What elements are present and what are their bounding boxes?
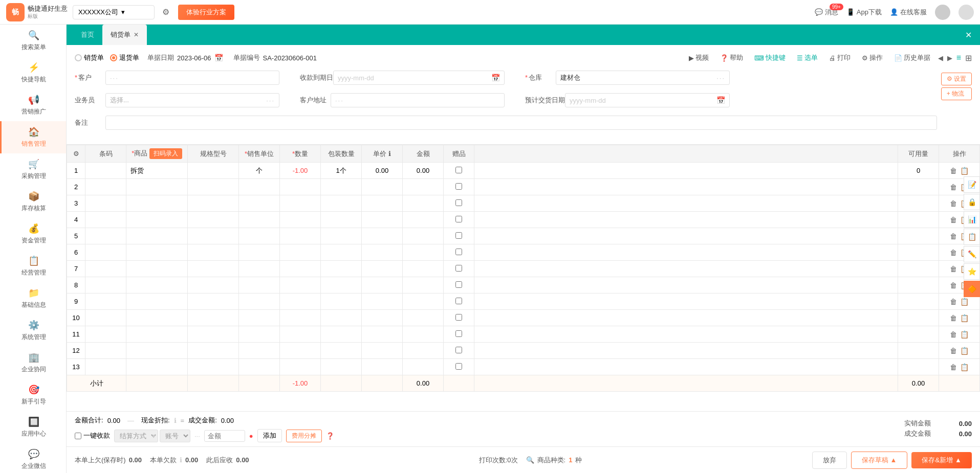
gift-checkbox[interactable]: [455, 232, 462, 239]
sidebar-item-sales[interactable]: 🏠 销售管理: [0, 121, 66, 153]
sidebar-item-system[interactable]: ⚙️ 系统管理: [0, 314, 66, 347]
cell-price[interactable]: [362, 179, 403, 195]
cell-barcode[interactable]: [85, 212, 126, 228]
date-calendar-icon[interactable]: 📅: [214, 54, 223, 62]
gift-checkbox[interactable]: [455, 199, 462, 206]
cell-qty[interactable]: [280, 244, 321, 261]
delete-icon[interactable]: 🗑: [950, 249, 957, 257]
cell-unit[interactable]: [239, 310, 280, 326]
fee-split-button[interactable]: 费用分摊: [286, 430, 322, 442]
cell-amount[interactable]: [403, 228, 444, 244]
cell-gift[interactable]: [444, 244, 474, 261]
cell-unit[interactable]: [239, 195, 280, 212]
cell-barcode[interactable]: [85, 326, 126, 343]
cell-spec[interactable]: [188, 277, 239, 294]
logistics-button[interactable]: + 物流: [941, 87, 972, 100]
add-button[interactable]: 添加: [257, 429, 282, 442]
settings-button[interactable]: ⚙ 设置: [941, 73, 972, 85]
cell-gift[interactable]: [444, 195, 474, 212]
float-btn-7[interactable]: 🔶: [964, 281, 980, 297]
cell-qty[interactable]: [280, 179, 321, 195]
cell-qty[interactable]: [280, 294, 321, 310]
cell-barcode[interactable]: [85, 310, 126, 326]
delete-icon[interactable]: 🗑: [950, 298, 957, 306]
customer-input[interactable]: ···: [105, 71, 279, 85]
cell-price[interactable]: [362, 195, 403, 212]
copy-icon[interactable]: 📋: [960, 347, 969, 355]
warehouse-input[interactable]: 建材仓 ···: [556, 71, 730, 85]
gift-checkbox[interactable]: [455, 167, 462, 173]
cell-pack-qty[interactable]: [321, 343, 362, 359]
cell-product[interactable]: [126, 359, 188, 375]
user-avatar[interactable]: [935, 5, 950, 20]
cell-amount[interactable]: [403, 294, 444, 310]
tab-bar-close-icon[interactable]: ✕: [965, 30, 972, 40]
cell-gift[interactable]: [444, 294, 474, 310]
cell-price[interactable]: [362, 261, 403, 277]
select-btn[interactable]: ☰ 选单: [793, 51, 821, 64]
gift-checkbox[interactable]: [455, 298, 462, 304]
sidebar-item-shortcut[interactable]: ⚡ 快捷导航: [0, 57, 66, 89]
float-btn-2[interactable]: 🔒: [964, 194, 980, 210]
delete-icon[interactable]: 🗑: [950, 216, 957, 224]
cell-qty[interactable]: [280, 277, 321, 294]
cell-gift[interactable]: [444, 212, 474, 228]
amount-input[interactable]: [204, 430, 245, 442]
cell-product[interactable]: [126, 244, 188, 261]
cell-amount[interactable]: [403, 244, 444, 261]
float-btn-5[interactable]: ✏️: [964, 246, 980, 262]
cell-unit[interactable]: [239, 228, 280, 244]
cell-spec[interactable]: [188, 359, 239, 375]
save-new-button[interactable]: 保存&新增 ▲: [911, 452, 972, 468]
cell-product[interactable]: [126, 326, 188, 343]
cell-spec[interactable]: [188, 212, 239, 228]
cell-pack-qty[interactable]: [321, 310, 362, 326]
print-btn[interactable]: 🖨 打印: [825, 51, 854, 64]
user-avatar2[interactable]: [959, 5, 974, 20]
cell-product[interactable]: [126, 310, 188, 326]
cell-pack-qty[interactable]: [321, 277, 362, 294]
cell-spec[interactable]: [188, 179, 239, 195]
gift-checkbox[interactable]: [455, 216, 462, 222]
sidebar-item-marketing[interactable]: 📢 营销推广: [0, 89, 66, 121]
sidebar-item-inventory[interactable]: 📦 库存核算: [0, 186, 66, 218]
cell-price[interactable]: [362, 310, 403, 326]
cell-gift[interactable]: [444, 277, 474, 294]
layout-list-icon[interactable]: ≡: [956, 53, 961, 62]
delete-icon[interactable]: 🗑: [950, 363, 957, 371]
cell-unit[interactable]: [239, 244, 280, 261]
cell-product[interactable]: [126, 179, 188, 195]
cell-pack-qty[interactable]: [321, 212, 362, 228]
cell-qty[interactable]: [280, 228, 321, 244]
cell-spec[interactable]: [188, 244, 239, 261]
float-btn-4[interactable]: 📋: [964, 229, 980, 245]
gift-checkbox[interactable]: [455, 249, 462, 255]
copy-icon[interactable]: 📋: [960, 167, 969, 175]
cell-amount[interactable]: [403, 310, 444, 326]
cell-amount[interactable]: [403, 277, 444, 294]
delete-icon[interactable]: 🗑: [950, 199, 957, 208]
cell-unit[interactable]: [239, 277, 280, 294]
cell-product[interactable]: 拆货: [126, 163, 188, 179]
sidebar-item-purchase[interactable]: 🛒 采购管理: [0, 153, 66, 186]
cell-product[interactable]: [126, 212, 188, 228]
cell-barcode[interactable]: [85, 343, 126, 359]
cell-amount[interactable]: [403, 212, 444, 228]
cell-spec[interactable]: [188, 163, 239, 179]
cell-gift[interactable]: [444, 343, 474, 359]
float-btn-1[interactable]: 📝: [964, 176, 980, 193]
cell-pack-qty[interactable]: [321, 326, 362, 343]
settings-icon[interactable]: ⚙: [158, 4, 174, 20]
operate-btn[interactable]: ⚙ 操作: [858, 51, 886, 64]
cell-barcode[interactable]: [85, 244, 126, 261]
help-btn[interactable]: ❓ 帮助: [716, 51, 747, 64]
notes-input[interactable]: [105, 116, 937, 130]
cell-pack-qty[interactable]: [321, 244, 362, 261]
delete-icon[interactable]: 🗑: [950, 330, 957, 339]
layout-grid-icon[interactable]: ⊞: [965, 53, 972, 63]
cell-spec[interactable]: [188, 261, 239, 277]
one-click-checkbox[interactable]: [75, 433, 81, 439]
copy-icon[interactable]: 📋: [960, 314, 969, 322]
cell-product[interactable]: [126, 261, 188, 277]
float-btn-6[interactable]: ⭐: [964, 263, 980, 280]
